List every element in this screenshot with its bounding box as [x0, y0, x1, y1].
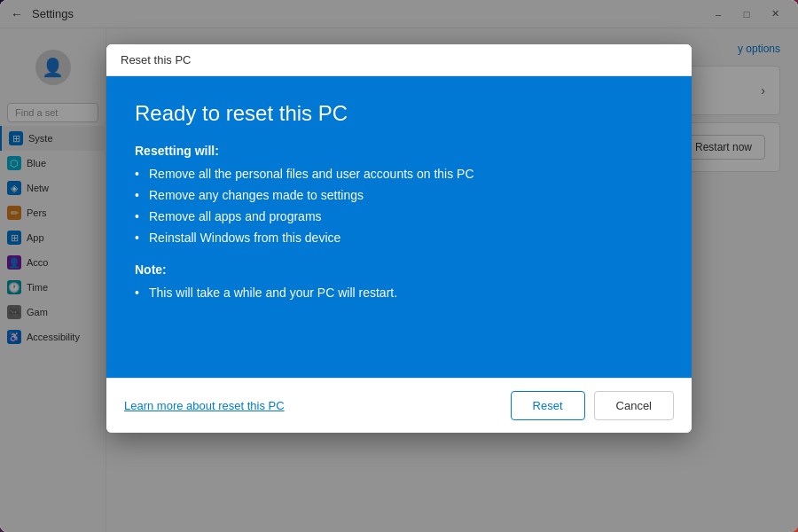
list-item: This will take a while and your PC will …	[135, 286, 663, 300]
list-item: Remove all apps and programs	[135, 209, 663, 223]
learn-more-link[interactable]: Learn more about reset this PC	[124, 399, 285, 412]
note-items-list: This will take a while and your PC will …	[135, 286, 663, 300]
reset-dialog: Reset this PC Ready to reset this PC Res…	[106, 44, 692, 433]
list-item: Reinstall Windows from this device	[135, 231, 663, 245]
note-label: Note:	[135, 262, 663, 277]
dialog-heading: Ready to reset this PC	[135, 101, 663, 126]
dialog-footer: Learn more about reset this PC Reset Can…	[106, 378, 692, 433]
dialog-titlebar: Reset this PC	[106, 44, 692, 76]
list-item: Remove all the personal files and user a…	[135, 167, 663, 181]
resetting-will-label: Resetting will:	[135, 144, 663, 158]
list-item: Remove any changes made to settings	[135, 188, 663, 202]
reset-button[interactable]: Reset	[511, 391, 585, 420]
dialog-body: Ready to reset this PC Resetting will: R…	[106, 76, 692, 378]
settings-window: ← Settings – □ ✕ 👤 Find a set ⊞ Syste	[0, 0, 798, 532]
resetting-items-list: Remove all the personal files and user a…	[135, 167, 663, 245]
dialog-action-buttons: Reset Cancel	[511, 391, 674, 420]
cancel-button[interactable]: Cancel	[594, 391, 674, 420]
